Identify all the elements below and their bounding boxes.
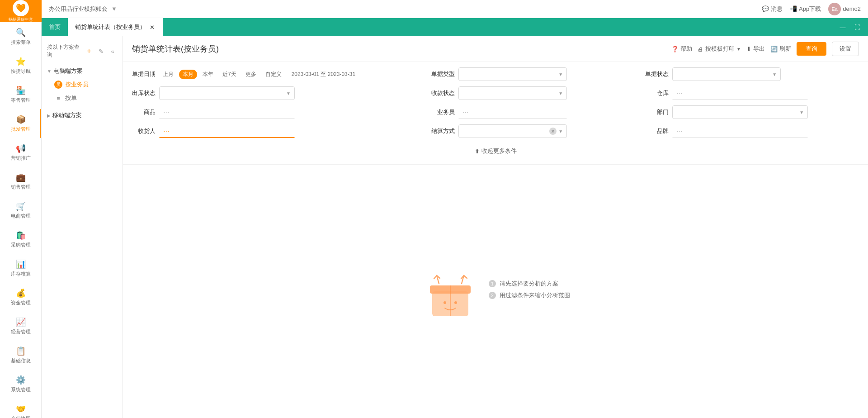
purchase-icon: 🛍️ <box>16 230 26 240</box>
filter-dept: 部门 ▼ <box>645 105 859 119</box>
help-label: 帮助 <box>680 45 692 53</box>
date-tab-last-7days[interactable]: 近7天 <box>219 70 240 79</box>
search-icon: 🔍 <box>16 28 26 38</box>
sidebar-item-coop[interactable]: 🤝 企业协同 <box>0 399 41 418</box>
date-tab-more[interactable]: 更多 <box>242 70 260 79</box>
salesperson-dots: ··· <box>462 108 468 116</box>
sidebar-item-sales[interactable]: 💼 销售管理 <box>0 167 41 196</box>
filter-warehouse: 仓库 ··· <box>645 86 859 100</box>
goods-input[interactable]: ··· <box>159 105 295 119</box>
goods-dots: ··· <box>163 108 169 116</box>
empty-illustration <box>421 262 480 321</box>
query-button[interactable]: 查询 <box>797 42 826 56</box>
topbar-right: 💬 消息 📲 App下载 Ea demo2 <box>762 3 861 15</box>
sidebar-item-purchase[interactable]: 🛍️ 采购管理 <box>0 225 41 254</box>
sidebar-item-basic[interactable]: 📋 基础信息 <box>0 341 41 370</box>
user-profile-btn[interactable]: Ea demo2 <box>828 3 861 15</box>
mobile-section-header[interactable]: ▶ 移动端方案 <box>42 109 123 122</box>
mobile-section-label: 移动端方案 <box>52 111 82 119</box>
message-btn[interactable]: 💬 消息 <box>762 5 783 13</box>
consignee-input[interactable]: ··· <box>159 124 295 138</box>
payment-status-chevron-icon: ▼ <box>558 91 563 96</box>
logo-icon: 🧡 <box>13 0 29 16</box>
print-icon: 🖨 <box>698 46 703 52</box>
date-tab-custom[interactable]: 自定义 <box>262 70 285 79</box>
settings-button[interactable]: 设置 <box>832 42 859 56</box>
tab-minimize-btn[interactable]: — <box>835 20 850 34</box>
collapse-panel-btn[interactable]: « <box>108 47 117 56</box>
settlement-clear-btn[interactable]: ✕ <box>549 128 557 135</box>
template-print-btn[interactable]: 🖨 按模板打印 ▼ <box>698 45 741 53</box>
doc-status-select[interactable]: ▼ <box>672 67 781 81</box>
tab-home[interactable]: 首页 <box>42 18 68 36</box>
sidebar-item-sales-label: 销售管理 <box>11 184 31 190</box>
out-status-select[interactable]: ▼ <box>159 86 295 100</box>
brand-input[interactable]: ··· <box>672 124 808 138</box>
sidebar-item-retail[interactable]: 🏪 零售管理 <box>0 80 41 109</box>
collapse-btn[interactable]: ⬆ 收起更多条件 <box>475 147 517 155</box>
tab-sales-stat[interactable]: 销货单统计表（按业务员） ✕ <box>68 18 163 36</box>
warehouse-input[interactable]: ··· <box>672 86 808 100</box>
help-btn[interactable]: ❓ 帮助 <box>671 45 692 53</box>
date-range-text: 2023-03-01 至 2023-03-31 <box>292 71 355 78</box>
add-scheme-btn[interactable]: + <box>85 47 94 56</box>
marketing-icon: 📢 <box>16 143 26 153</box>
edit-scheme-btn[interactable]: ✎ <box>96 47 105 56</box>
main-area: 办公用品行业模拟账套 ▼ 💬 消息 📲 App下载 Ea demo2 首页 <box>42 0 868 418</box>
warehouse-dots: ··· <box>676 89 682 97</box>
date-tab-this-month[interactable]: 本月 <box>179 70 197 79</box>
sidebar-item-marketing[interactable]: 📢 营销推广 <box>0 138 41 167</box>
desktop-section-header[interactable]: ▼ 电脑端方案 <box>42 64 123 78</box>
filter-date: 单据日期 上月 本月 本年 近7天 更多 自定义 2023-03-01 至 20… <box>132 70 431 79</box>
date-tab-last-month[interactable]: 上月 <box>159 70 177 79</box>
sidebar-item-ecom-label: 电商管理 <box>11 213 31 219</box>
settlement-chevron-icon: ▼ <box>558 129 563 134</box>
sidebar-item-wholesale-label: 批发管理 <box>11 126 31 133</box>
sidebar-item-basic-label: 基础信息 <box>11 357 31 364</box>
desktop-section: ▼ 电脑端方案 员 按业务员 ≡ 按单 <box>42 62 123 107</box>
filter-consignee: 收货人 ··· <box>132 124 431 138</box>
sidebar-item-purchase-label: 采购管理 <box>11 242 31 248</box>
sidebar-item-quick-nav-label: 快捷导航 <box>11 68 31 75</box>
filter-area: 单据日期 上月 本月 本年 近7天 更多 自定义 2023-03-01 至 20… <box>123 62 868 165</box>
sidebar-item-inventory[interactable]: 📊 库存核算 <box>0 254 41 283</box>
left-panel-header-actions: + ✎ « <box>85 47 117 56</box>
filter-row-4: 收货人 ··· 结算方式 ✕ ▼ <box>132 124 859 138</box>
sidebar-item-retail-label: 零售管理 <box>11 97 31 104</box>
sidebar-item-ops[interactable]: 📈 经营管理 <box>0 312 41 341</box>
sidebar-item-finance[interactable]: 💰 资金管理 <box>0 283 41 312</box>
help-icon: ❓ <box>671 46 679 52</box>
system-icon: ⚙️ <box>16 375 26 385</box>
payment-status-select[interactable]: ▼ <box>458 86 567 100</box>
sidebar-item-system-label: 系统管理 <box>11 386 31 393</box>
topbar-dropdown-icon[interactable]: ▼ <box>111 5 117 12</box>
filter-payment-status: 收款状态 ▼ <box>431 86 645 100</box>
scheme-by-order[interactable]: ≡ 按单 <box>42 91 123 105</box>
edit-icon: ✎ <box>99 48 104 55</box>
scheme-by-salesperson[interactable]: 员 按业务员 <box>42 78 123 91</box>
message-label: 消息 <box>771 5 783 13</box>
refresh-btn[interactable]: 🔄 刷新 <box>770 45 791 53</box>
sidebar-item-system[interactable]: ⚙️ 系统管理 <box>0 370 41 399</box>
sidebar-item-quick-nav[interactable]: ⭐ 快捷导航 <box>0 51 41 80</box>
settlement-select[interactable]: ✕ ▼ <box>458 124 567 138</box>
tab-maximize-btn[interactable]: ⛶ <box>850 20 864 34</box>
sidebar-item-search[interactable]: 🔍 搜索菜单 <box>0 22 41 51</box>
tab-close-icon[interactable]: ✕ <box>148 24 156 31</box>
app-download-label: App下载 <box>799 5 821 13</box>
message-icon: 💬 <box>762 5 769 12</box>
app-download-btn[interactable]: 📲 App下载 <box>790 5 821 13</box>
star-icon: ⭐ <box>16 57 26 66</box>
out-status-label: 出库状态 <box>132 89 159 97</box>
dept-select[interactable]: ▼ <box>672 105 808 119</box>
page-content: 按以下方案查询 + ✎ « ▼ 电脑端方案 <box>42 36 868 418</box>
filter-row-1: 单据日期 上月 本月 本年 近7天 更多 自定义 2023-03-01 至 20… <box>132 67 859 81</box>
doc-type-select[interactable]: ▼ <box>458 67 567 81</box>
sidebar-item-wholesale[interactable]: 📦 批发管理 <box>0 109 41 138</box>
sidebar-item-ecom[interactable]: 🛒 电商管理 <box>0 196 41 225</box>
date-tab-this-year[interactable]: 本年 <box>199 70 217 79</box>
export-btn[interactable]: ⬇ 导出 <box>746 45 765 53</box>
date-tabs: 上月 本月 本年 近7天 更多 自定义 <box>159 70 285 79</box>
filter-doc-status: 单据状态 ▼ <box>645 67 859 81</box>
salesperson-input[interactable]: ··· <box>458 105 567 119</box>
